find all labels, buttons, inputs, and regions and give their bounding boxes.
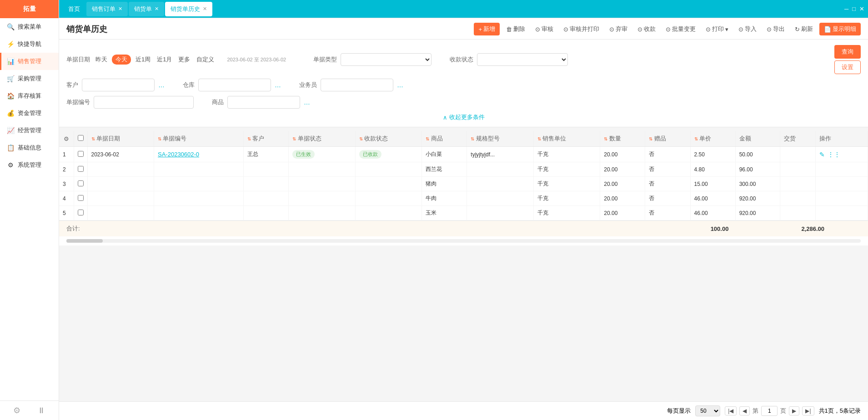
customer-input[interactable] bbox=[82, 79, 155, 91]
row-doc-no[interactable] bbox=[154, 191, 244, 206]
scrollbar-thumb[interactable] bbox=[66, 239, 103, 243]
col-gear[interactable]: ⚙ bbox=[59, 131, 74, 147]
table-row: 2西兰花千克20.00否4.8096.00 bbox=[59, 162, 868, 177]
sidebar-item-sys-admin[interactable]: ⚙ 系统管理 bbox=[0, 156, 59, 174]
page-input[interactable] bbox=[761, 406, 778, 416]
tab-sales-order[interactable]: 销售订单 ✕ bbox=[86, 2, 128, 16]
abandon-button[interactable]: ⊙ 弃审 bbox=[606, 23, 631, 35]
more-icon[interactable]: ⋮⋮ bbox=[828, 151, 840, 158]
sidebar-item-sales-mgmt[interactable]: 📊 销售管理 bbox=[0, 53, 59, 70]
prev-page-btn[interactable]: ◀ bbox=[739, 406, 750, 415]
row-actions[interactable] bbox=[815, 191, 868, 206]
row-checkbox[interactable] bbox=[78, 180, 84, 186]
col-customer[interactable]: ⇅ 客户 bbox=[244, 131, 289, 147]
last-page-btn[interactable]: ▶| bbox=[802, 406, 814, 415]
col-doc-no[interactable]: ⇅ 单据编号 bbox=[154, 131, 244, 147]
sidebar-item-quick-nav[interactable]: ⚡ 快捷导航 bbox=[0, 35, 59, 53]
payment-status-select[interactable] bbox=[477, 53, 568, 66]
next-page-btn[interactable]: ▶ bbox=[789, 406, 799, 415]
col-doc-date[interactable]: ⇅ 单据日期 bbox=[87, 131, 154, 147]
doc-no-input[interactable] bbox=[94, 96, 194, 109]
date-btn-today[interactable]: 今天 bbox=[112, 55, 131, 65]
tab-close-sales-history[interactable]: ✕ bbox=[203, 6, 207, 12]
sidebar-item-purchase-mgmt[interactable]: 🛒 采购管理 bbox=[0, 70, 59, 87]
delete-button[interactable]: 🗑 删除 bbox=[502, 23, 529, 35]
maximize-btn[interactable]: □ bbox=[852, 5, 856, 12]
select-all-checkbox[interactable] bbox=[78, 135, 84, 141]
batch-change-button[interactable]: ⊙ 批量变更 bbox=[662, 23, 699, 35]
sidebar-item-inventory[interactable]: 🏠 库存核算 bbox=[0, 87, 59, 105]
sidebar-item-base-info[interactable]: 📋 基础信息 bbox=[0, 139, 59, 156]
date-btn-month[interactable]: 近1月 bbox=[155, 55, 174, 65]
col-goods[interactable]: ⇅ 商品 bbox=[422, 131, 467, 147]
tab-sales-history[interactable]: 销货单历史 ✕ bbox=[165, 2, 212, 16]
edit-icon[interactable]: ✎ bbox=[819, 151, 825, 158]
page-size-select[interactable]: 50 100 200 bbox=[695, 405, 720, 416]
sidebar-item-finance[interactable]: 💰 资金管理 bbox=[0, 105, 59, 122]
gear-icon[interactable]: ⚙ bbox=[64, 135, 69, 142]
col-gift[interactable]: ⇅ 赠品 bbox=[645, 131, 690, 147]
date-btn-yesterday[interactable]: 昨天 bbox=[94, 55, 109, 65]
refresh-button[interactable]: ↻ 刷新 bbox=[791, 23, 817, 35]
row-doc-no[interactable]: SA-20230602-0 bbox=[154, 147, 244, 162]
settings-button[interactable]: 设置 bbox=[834, 60, 861, 74]
col-spec[interactable]: ⇅ 规格型号 bbox=[467, 131, 534, 147]
add-button[interactable]: + 新增 bbox=[474, 23, 500, 35]
date-btn-custom[interactable]: 自定义 bbox=[195, 55, 216, 65]
row-checkbox-cell[interactable] bbox=[74, 162, 87, 177]
audit-print-button[interactable]: ⊙ 审核并打印 bbox=[560, 23, 603, 35]
col-unit-price[interactable]: ⇅ 单价 bbox=[690, 131, 735, 147]
row-num: 5 bbox=[59, 206, 74, 220]
collapse-button[interactable]: ∧ 收起更多条件 bbox=[443, 113, 485, 121]
sidebar-collapse-icon[interactable]: ⏸ bbox=[37, 406, 45, 415]
tab-close-sales-goods[interactable]: ✕ bbox=[155, 6, 159, 12]
col-payment-status[interactable]: ⇅ 收款状态 bbox=[355, 131, 422, 147]
row-checkbox[interactable] bbox=[78, 151, 84, 157]
goods-input[interactable] bbox=[227, 96, 300, 109]
minimize-btn[interactable]: ─ bbox=[844, 5, 848, 12]
col-sales-unit[interactable]: ⇅ 销售单位 bbox=[533, 131, 600, 147]
sidebar-item-search-menu[interactable]: 🔍 搜索菜单 bbox=[0, 18, 59, 35]
row-checkbox[interactable] bbox=[78, 210, 84, 215]
query-button[interactable]: 查询 bbox=[834, 45, 861, 59]
tab-home[interactable]: 首页 bbox=[63, 2, 85, 16]
sidebar-settings-icon[interactable]: ⚙ bbox=[13, 405, 20, 415]
row-doc-no[interactable] bbox=[154, 206, 244, 220]
warehouse-input[interactable] bbox=[198, 79, 271, 91]
row-actions[interactable] bbox=[815, 162, 868, 177]
doc-type-select[interactable] bbox=[341, 53, 431, 66]
row-checkbox[interactable] bbox=[78, 166, 84, 172]
show-detail-button[interactable]: 📄 显示明细 bbox=[819, 23, 861, 35]
date-btn-week[interactable]: 近1周 bbox=[134, 55, 152, 65]
warehouse-ellipsis[interactable]: … bbox=[275, 81, 281, 89]
tab-close-sales-order[interactable]: ✕ bbox=[118, 6, 122, 12]
collect-button[interactable]: ⊙ 收款 bbox=[634, 23, 659, 35]
salesperson-ellipsis[interactable]: … bbox=[397, 81, 403, 89]
row-doc-no[interactable] bbox=[154, 162, 244, 177]
print-button[interactable]: ⊙ 打印 ▾ bbox=[702, 23, 732, 35]
row-actions[interactable] bbox=[815, 177, 868, 191]
row-actions[interactable] bbox=[815, 206, 868, 220]
salesperson-input[interactable] bbox=[321, 79, 393, 91]
row-doc-no[interactable] bbox=[154, 177, 244, 191]
export-button[interactable]: ⊙ 导出 bbox=[763, 23, 788, 35]
row-num: 4 bbox=[59, 191, 74, 206]
scrollbar-track[interactable] bbox=[66, 239, 861, 243]
col-doc-status[interactable]: ⇅ 单据状态 bbox=[289, 131, 356, 147]
row-checkbox-cell[interactable] bbox=[74, 177, 87, 191]
customer-ellipsis[interactable]: … bbox=[158, 81, 165, 89]
row-checkbox-cell[interactable] bbox=[74, 206, 87, 220]
sidebar-item-operations[interactable]: 📈 经营管理 bbox=[0, 122, 59, 139]
audit-button[interactable]: ⊙ 审核 bbox=[532, 23, 557, 35]
first-page-btn[interactable]: |◀ bbox=[725, 406, 737, 415]
goods-ellipsis[interactable]: … bbox=[304, 99, 310, 106]
close-btn[interactable]: ✕ bbox=[859, 5, 864, 12]
date-btn-more[interactable]: 更多 bbox=[176, 55, 192, 65]
tab-sales-goods[interactable]: 销货单 ✕ bbox=[129, 2, 164, 16]
row-actions[interactable]: ✎⋮⋮ bbox=[815, 147, 868, 162]
row-checkbox[interactable] bbox=[78, 195, 84, 201]
import-button[interactable]: ⊙ 导入 bbox=[735, 23, 760, 35]
row-checkbox-cell[interactable] bbox=[74, 147, 87, 162]
col-qty[interactable]: ⇅ 数量 bbox=[600, 131, 645, 147]
row-checkbox-cell[interactable] bbox=[74, 191, 87, 206]
